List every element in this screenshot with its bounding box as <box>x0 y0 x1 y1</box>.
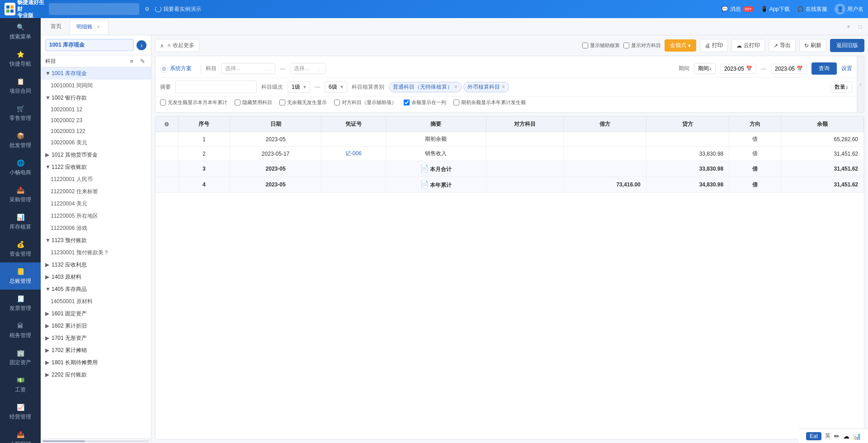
cell-voucher[interactable]: 记-006 <box>321 147 386 161</box>
tab-item-0[interactable]: 首页 <box>44 19 68 34</box>
subject-input[interactable]: 选择... ... <box>221 63 275 74</box>
tab-close-1[interactable]: × <box>95 24 102 30</box>
voucher-link[interactable]: 记-006 <box>345 150 362 157</box>
tree-node-14[interactable]: ▼1123 预付账款 <box>41 234 151 247</box>
filter-checkbox-2[interactable]: 无余额无发生显示 <box>279 99 327 106</box>
collect-more-btn[interactable]: ∧ ∧ 收起更多 <box>155 39 199 52</box>
tree-node-24[interactable]: ▶1801 长期待摊费用 <box>41 357 151 369</box>
app-download-btn[interactable]: 📱 App下载 <box>761 5 790 13</box>
tree-node-22[interactable]: ▶1701 无形资产 <box>41 332 151 344</box>
eat-btn[interactable]: Eat <box>806 432 821 440</box>
tag-remove-0[interactable]: × <box>454 84 458 90</box>
tree-node-3[interactable]: 10020001 12 <box>41 104 151 115</box>
sidebar-item-9[interactable]: 📒总账管理 <box>0 262 41 290</box>
message-btn[interactable]: 💬 消息 99+ <box>722 5 753 13</box>
cloud-print-btn[interactable]: ☁ 云打印 <box>731 39 765 52</box>
tree-node-1[interactable]: 10010001 同同同 <box>41 80 151 92</box>
filter-checkbox-4[interactable]: 余额显示在一列 <box>404 99 446 106</box>
tree-node-20[interactable]: ▶1601 固定资产 <box>41 308 151 320</box>
cloud-sync-icon[interactable]: ☁ <box>843 433 849 440</box>
show-auxiliary-checkbox[interactable]: 显示辅助核算 <box>582 42 620 49</box>
tree-node-0[interactable]: ▼1001 库存现金 <box>41 67 151 80</box>
scheme-icon[interactable]: ◎ <box>160 65 168 73</box>
tree-node-5[interactable]: 10020003 122 <box>41 126 151 137</box>
tree-node-12[interactable]: 11220005 所在地区 <box>41 210 151 222</box>
filter-checkbox-0[interactable]: 无发生额显示本月本年累计 <box>160 99 227 106</box>
account-scrollbar[interactable] <box>41 438 151 443</box>
account-add-btn[interactable]: ✎ <box>138 57 146 65</box>
export-btn[interactable]: ↗ 导出 <box>769 39 796 52</box>
sidebar-item-5[interactable]: 🌐小畅电商 <box>0 154 41 181</box>
level-end-select[interactable]: 6级 ▾ <box>325 81 347 93</box>
cell-voucher[interactable] <box>321 161 386 177</box>
tree-node-11[interactable]: 11220004 美元 <box>41 198 151 210</box>
tree-node-25[interactable]: ▶2202 应付账款 <box>41 369 151 381</box>
tab-close-btn[interactable]: × <box>844 23 853 31</box>
sidebar-item-2[interactable]: 📋项目合同 <box>0 72 41 100</box>
show-opposite-checkbox[interactable]: 显示对方科目 <box>623 42 661 49</box>
sidebar-item-8[interactable]: 💰资金管理 <box>0 235 41 262</box>
sidebar-item-6[interactable]: 📥采购管理 <box>0 181 41 208</box>
scheme-label[interactable]: 系统方案 <box>170 65 192 72</box>
amount-format-btn[interactable]: 金额式 ▾ <box>665 39 696 52</box>
filter-checkbox-3[interactable]: 对方科目（显示辅助项） <box>334 99 396 106</box>
reset-btn[interactable]: 设置 <box>841 65 852 72</box>
quantity-btn[interactable]: 数量↓ <box>830 81 852 93</box>
sidebar-item-13[interactable]: 💵工资 <box>0 371 41 398</box>
online-service-btn[interactable]: 🎧 在线客服 <box>797 5 827 13</box>
sidebar-item-10[interactable]: 🧾发票管理 <box>0 290 41 317</box>
tab-item-1[interactable]: 明细账× <box>70 19 108 34</box>
return-old-btn[interactable]: 返回旧版 <box>830 39 864 52</box>
tree-node-2[interactable]: ▼1002 银行存款 <box>41 92 151 104</box>
query-btn[interactable]: 查询 <box>811 62 837 75</box>
pencil-icon[interactable]: ✏ <box>834 433 840 440</box>
filter-checkbox-1[interactable]: 隐藏禁用科目 <box>235 99 272 106</box>
topbar-settings-icon[interactable]: ⚙ <box>145 6 150 12</box>
tree-node-21[interactable]: ▶1602 累计折旧 <box>41 320 151 332</box>
sidebar-item-14[interactable]: 📈经营管理 <box>0 398 41 425</box>
tree-node-9[interactable]: 11220001 人民币 <box>41 173 151 186</box>
period-type-select[interactable]: 期间↓ <box>694 63 716 74</box>
topbar-search-box[interactable] <box>49 3 139 15</box>
sidebar-item-11[interactable]: 🏛税务管理 <box>0 317 41 344</box>
sidebar-item-7[interactable]: 📊库存核算 <box>0 208 41 235</box>
cell-voucher[interactable] <box>321 132 386 147</box>
table-settings-icon[interactable]: ⚙ <box>161 121 173 128</box>
selected-account-display[interactable]: 1001 库存现金 <box>45 39 134 51</box>
demo-link[interactable]: 我要看实例演示 <box>155 5 201 13</box>
tree-node-17[interactable]: ▶1403 原材料 <box>41 271 151 283</box>
period-start-input[interactable]: 2023-05 📅 <box>720 64 756 74</box>
tab-restore-btn[interactable]: □ <box>856 23 864 31</box>
subject-end-input[interactable]: 选择... ... <box>290 63 326 74</box>
summary-input[interactable] <box>175 81 257 93</box>
lang-btn[interactable]: 英 <box>825 432 830 440</box>
tree-node-19[interactable]: 14050001 原材料 <box>41 295 151 308</box>
sidebar-item-15[interactable]: 📤小畅报销 <box>0 425 41 443</box>
account-navigate-btn[interactable]: › <box>137 40 146 50</box>
chart-icon[interactable]: 📊 <box>853 433 861 440</box>
print-btn[interactable]: 🖨 打印 <box>700 39 728 52</box>
tree-node-15[interactable]: 11230001 预付账款美？ <box>41 247 151 259</box>
tree-node-16[interactable]: ▶1132 应收利息 <box>41 259 151 271</box>
refresh-btn[interactable]: ↻ 刷新 <box>799 39 826 52</box>
level-start-select[interactable]: 1级 ▾ <box>288 81 310 93</box>
user-menu[interactable]: 👤 用户名 <box>835 4 863 14</box>
sidebar-item-1[interactable]: ⭐快捷导航 <box>0 45 41 72</box>
tree-node-13[interactable]: 11220006 游戏 <box>41 222 151 234</box>
tree-node-10[interactable]: 11220002 住来标签 <box>41 186 151 198</box>
topbar-search-input[interactable] <box>52 6 136 12</box>
sidebar-item-0[interactable]: 🔍搜索菜单 <box>0 18 41 45</box>
tree-node-4[interactable]: 10020002 23 <box>41 115 151 126</box>
tree-node-8[interactable]: ▼1122 应收账款 <box>41 161 151 173</box>
sidebar-item-4[interactable]: 📦批发管理 <box>0 127 41 154</box>
sidebar-item-12[interactable]: 🏢固定资产 <box>0 344 41 371</box>
period-end-input[interactable]: 2023-05 📅 <box>771 64 807 74</box>
account-list-view-btn[interactable]: ≡ <box>127 57 136 65</box>
tag-remove-1[interactable]: × <box>502 84 505 90</box>
filter-collapse-btn[interactable]: ‹ <box>857 56 864 113</box>
sidebar-item-3[interactable]: 🛒零售管理 <box>0 100 41 127</box>
tree-node-6[interactable]: 10020006 美元 <box>41 137 151 149</box>
cell-voucher[interactable] <box>321 177 386 193</box>
tree-node-23[interactable]: ▶1702 累计摊销 <box>41 344 151 357</box>
tree-node-18[interactable]: ▼1405 库存商品 <box>41 283 151 295</box>
